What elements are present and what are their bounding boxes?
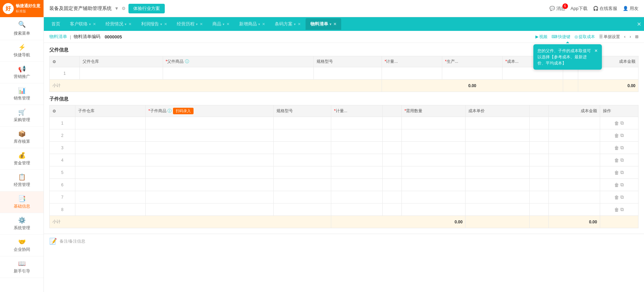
child-cost-price-cell[interactable] [466,142,530,154]
sidebar-item-sales[interactable]: 📊 销售管理 [0,83,44,105]
sidebar-item-purchase[interactable]: 🛒 采购管理 [0,105,44,127]
dropdown-icon[interactable]: ▼ [114,6,119,11]
child-spec-cell[interactable] [273,129,331,142]
child-need-cell[interactable] [401,179,466,191]
child-cost-amount-cell[interactable] [549,203,600,216]
delete-icon[interactable]: 🗑 [614,157,619,163]
copy-icon[interactable]: ⧉ [620,170,624,175]
parent-production-cell[interactable] [442,67,502,80]
child-product-cell[interactable] [146,117,274,129]
child-need-cell[interactable] [401,117,466,129]
close-icon[interactable]: ✕ [333,22,336,26]
scan-input-btn[interactable]: 扫码录入 [173,108,194,114]
child-product-cell[interactable] [146,191,274,203]
child-cost-amount-cell[interactable] [549,129,600,142]
tab-goods[interactable]: 商品 ▾ ✕ [208,18,234,30]
delete-icon[interactable]: 🗑 [614,182,619,188]
child-unit-cell[interactable] [331,142,382,154]
child-spec-cell[interactable] [273,166,331,179]
child-cost-amount-cell[interactable] [549,191,600,203]
child-need-cell[interactable] [401,191,466,203]
child-product-cell[interactable] [146,166,274,179]
delete-icon[interactable]: 🗑 [614,145,619,151]
close-icon[interactable]: ✕ [93,22,96,26]
close-icon[interactable]: ✕ [164,22,167,26]
copy-icon[interactable]: ⧉ [620,157,624,163]
child-warehouse-cell[interactable] [75,142,146,154]
child-cost-price-cell[interactable] [466,191,530,203]
nav-prev-icon[interactable]: ‹ [624,34,626,39]
delete-icon[interactable]: 🗑 [614,170,619,175]
close-icon[interactable]: ✕ [128,22,132,26]
child-warehouse-cell[interactable] [75,203,146,216]
child-product-cell[interactable] [146,203,274,216]
parent-warehouse-cell[interactable] [80,67,163,80]
child-cost-amount-cell[interactable] [549,179,600,191]
breadcrumb-bom[interactable]: 物料清单 [49,34,67,40]
child-spec-cell[interactable] [273,154,331,166]
settings-gear-icon[interactable]: ⚙ [122,6,126,11]
sidebar-item-cooperation[interactable]: 🤝 企业协同 [0,235,44,256]
single-settings-btn[interactable]: ☰ 单据设置 [599,34,620,40]
child-cost-price-cell[interactable] [466,117,530,129]
child-cost-price-cell[interactable] [466,179,530,191]
child-cost-price-cell[interactable] [466,129,530,142]
settings-gear-icon[interactable]: ⚙ [52,59,56,64]
tab-new-goods[interactable]: 新增商品 ▾ ✕ [234,18,270,30]
child-product-cell[interactable] [146,179,274,191]
child-spec-cell[interactable] [273,191,331,203]
online-service-btn[interactable]: 🎧 在线客服 [593,5,618,12]
child-product-cell[interactable] [146,154,274,166]
copy-icon[interactable]: ⧉ [620,182,624,188]
sidebar-item-basic-info[interactable]: 📑 基础信息 [0,191,44,213]
child-warehouse-cell[interactable] [75,154,146,166]
child-cost-amount-cell[interactable] [549,166,600,179]
close-icon[interactable]: ✕ [262,22,265,26]
sidebar-item-quick-nav[interactable]: ⚡ 快捷导航 [0,40,44,62]
extract-cost-btn[interactable]: ◎ 提取成本 [574,34,595,40]
child-need-cell[interactable] [401,142,466,154]
child-cost-price-cell[interactable] [466,166,530,179]
delete-icon[interactable]: 🗑 [614,195,619,200]
child-spec-cell[interactable] [273,179,331,191]
child-unit-cell[interactable] [331,154,382,166]
sidebar-item-system[interactable]: ⚙️ 系统管理 [0,213,44,235]
child-cost-amount-cell[interactable] [549,154,600,166]
parent-unit-cell[interactable] [382,67,442,80]
parent-product-cell[interactable] [163,67,314,80]
child-need-cell[interactable] [401,166,466,179]
message-button[interactable]: 💬 6 消息 [549,5,565,12]
sidebar-item-search[interactable]: 🔍 搜索菜单 [0,17,44,40]
tab-history[interactable]: 经营历程 ▾ ✕ [172,18,208,30]
sidebar-item-guide[interactable]: 📖 新手引导 [0,256,44,278]
child-cost-amount-cell[interactable] [549,142,600,154]
sidebar-item-marketing[interactable]: 📢 营销推广 [0,62,44,83]
delete-icon[interactable]: 🗑 [614,133,619,138]
child-warehouse-cell[interactable] [75,129,146,142]
shortcut-btn[interactable]: ⌨ 快捷键 [552,34,570,40]
child-unit-cell[interactable] [331,179,382,191]
copy-icon[interactable]: ⧉ [620,120,624,126]
copy-icon[interactable]: ⧉ [620,132,624,138]
tab-operations-status[interactable]: 经营情况 ▾ ✕ [101,18,136,30]
child-cost-price-cell[interactable] [466,154,530,166]
copy-icon[interactable]: ⧉ [620,194,624,200]
tab-home[interactable]: 首页 [47,18,65,30]
child-cost-amount-cell[interactable] [549,117,600,129]
expand-icon[interactable]: ⊞ [635,34,639,39]
child-warehouse-cell[interactable] [75,179,146,191]
tooltip-close-icon[interactable]: ✕ [594,48,598,54]
sidebar-item-finance[interactable]: 💰 资金管理 [0,148,44,170]
child-unit-cell[interactable] [331,191,382,203]
child-cost-price-cell[interactable] [466,203,530,216]
child-product-cell[interactable] [146,142,274,154]
child-spec-cell[interactable] [273,203,331,216]
parent-spec-cell[interactable] [314,67,382,80]
sidebar-item-inventory[interactable]: 📦 库存核算 [0,127,44,148]
app-download-btn[interactable]: App下载 [571,5,587,12]
child-product-cell[interactable] [146,129,274,142]
experience-btn[interactable]: 体验行业方案 [128,4,165,13]
child-spec-cell[interactable] [273,117,331,129]
tab-bom[interactable]: 物料清单 ▾ ✕ [306,18,341,30]
settings-gear-icon[interactable]: ⚙ [52,109,56,114]
